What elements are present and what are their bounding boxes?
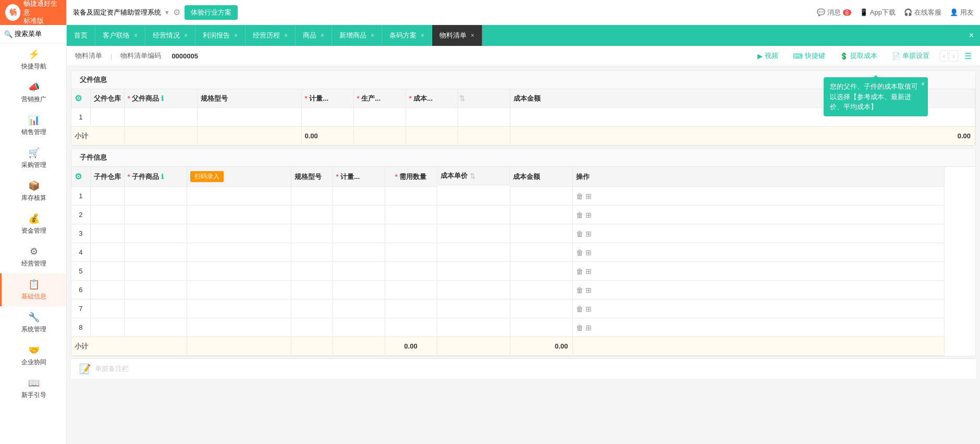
child-unit-cell[interactable]	[333, 281, 385, 299]
child-product-cell[interactable]	[124, 262, 187, 281]
copy-icon[interactable]: ⊞	[585, 305, 592, 313]
tab-barcode-close-icon[interactable]: ×	[421, 32, 424, 39]
delete-icon[interactable]: 🗑	[576, 286, 583, 294]
sidebar-item-purchase[interactable]: 🛒 采购管理	[0, 142, 66, 175]
tab-new-product-close-icon[interactable]: ×	[371, 32, 374, 39]
tab-profit-report-close-icon[interactable]: ×	[234, 32, 238, 39]
child-product-cell[interactable]	[124, 299, 187, 318]
copy-icon[interactable]: ⊞	[585, 248, 592, 257]
next-arrow-icon[interactable]: ›	[949, 50, 958, 62]
child-product-cell[interactable]	[124, 206, 187, 224]
sidebar-item-basic-info[interactable]: 📋 基础信息	[0, 273, 66, 306]
child-spec-cell[interactable]	[291, 299, 333, 318]
child-qty-cell[interactable]	[385, 262, 437, 281]
tooltip-close-button[interactable]: ×	[921, 79, 925, 89]
tab-barcode[interactable]: 条码方案 ×	[382, 25, 432, 46]
child-warehouse-cell[interactable]	[90, 318, 124, 337]
tab-customer[interactable]: 客户联络 ×	[95, 25, 145, 46]
child-spec-cell[interactable]	[291, 224, 333, 243]
delete-icon[interactable]: 🗑	[576, 323, 583, 332]
child-spec-cell[interactable]	[291, 262, 333, 281]
child-warehouse-cell[interactable]	[90, 243, 124, 262]
search-menu[interactable]: 🔍 搜索菜单	[0, 25, 66, 43]
child-warehouse-cell[interactable]	[90, 281, 124, 299]
parent-cost-cell[interactable]	[406, 108, 458, 127]
tab-bom-close-icon[interactable]: ×	[471, 32, 474, 39]
child-warehouse-cell[interactable]	[90, 224, 124, 243]
child-unit-cell[interactable]	[333, 243, 385, 262]
parent-product-cell[interactable]	[124, 108, 197, 127]
parent-warehouse-cell[interactable]	[90, 108, 124, 127]
child-spec-cell[interactable]	[291, 243, 333, 262]
child-warehouse-cell[interactable]	[90, 262, 124, 281]
tab-products-close-icon[interactable]: ×	[321, 32, 324, 39]
single-settings-button[interactable]: 📄 单据设置	[888, 49, 934, 63]
child-warehouse-cell[interactable]	[90, 299, 124, 318]
child-unit-cell[interactable]	[333, 206, 385, 224]
sidebar-item-system[interactable]: 🔧 系统管理	[0, 306, 66, 339]
copy-icon[interactable]: ⊞	[585, 286, 592, 294]
extract-cost-button[interactable]: 💲 提取成本	[836, 49, 881, 63]
message-action[interactable]: 💬 消息 6	[817, 8, 851, 17]
online-service-action[interactable]: 🎧 在线客服	[904, 8, 941, 17]
child-unit-cell[interactable]	[333, 262, 385, 281]
child-warehouse-cell[interactable]	[90, 187, 124, 206]
sidebar-item-collab[interactable]: 🤝 企业协同	[0, 339, 66, 372]
parent-unit-cell[interactable]	[301, 108, 353, 127]
sidebar-item-operations[interactable]: ⚙ 经营管理	[0, 241, 66, 273]
tab-ops-history[interactable]: 经营历程 ×	[246, 25, 296, 46]
child-unit-cell[interactable]	[333, 299, 385, 318]
sidebar-item-quick-nav[interactable]: ⚡ 快捷导航	[0, 43, 66, 76]
delete-icon[interactable]: 🗑	[576, 230, 583, 238]
child-product-cell[interactable]	[124, 318, 187, 337]
sidebar-item-inventory[interactable]: 📦 库存核算	[0, 175, 66, 208]
child-qty-cell[interactable]	[385, 318, 437, 337]
tab-ops-history-close-icon[interactable]: ×	[284, 32, 288, 39]
child-unit-cell[interactable]	[333, 224, 385, 243]
sidebar-item-finance[interactable]: 💰 资金管理	[0, 208, 66, 241]
trial-button[interactable]: 体验行业方案	[185, 5, 238, 20]
copy-icon[interactable]: ⊞	[585, 267, 592, 275]
user-action[interactable]: 👤 用友	[950, 8, 974, 17]
delete-icon[interactable]: 🗑	[576, 211, 583, 219]
child-qty-cell[interactable]	[385, 281, 437, 299]
parent-spec-cell[interactable]	[197, 108, 301, 127]
copy-icon[interactable]: ⊞	[585, 323, 592, 332]
view-video-button[interactable]: ▶ 视频	[753, 49, 782, 63]
child-col-settings[interactable]: ⚙	[71, 167, 90, 187]
delete-icon[interactable]: 🗑	[576, 305, 583, 313]
prev-arrow-icon[interactable]: ‹	[940, 50, 949, 62]
child-unit-cell[interactable]	[333, 318, 385, 337]
tab-operations-status-close-icon[interactable]: ×	[184, 32, 188, 39]
child-spec-cell[interactable]	[291, 318, 333, 337]
scan-input-button[interactable]: 扫码录入	[190, 171, 224, 182]
grid-view-icon[interactable]: ☰	[964, 51, 972, 61]
child-qty-cell[interactable]	[385, 224, 437, 243]
child-qty-cell[interactable]	[385, 206, 437, 224]
close-all-icon[interactable]: ×	[963, 31, 980, 40]
child-spec-cell[interactable]	[291, 206, 333, 224]
child-spec-cell[interactable]	[291, 187, 333, 206]
copy-icon[interactable]: ⊞	[585, 230, 592, 238]
child-warehouse-cell[interactable]	[90, 206, 124, 224]
child-unit-cell[interactable]	[333, 187, 385, 206]
child-product-cell[interactable]	[124, 224, 187, 243]
child-product-cell[interactable]	[124, 187, 187, 206]
child-product-cell[interactable]	[124, 281, 187, 299]
tab-bom[interactable]: 物料清单 ×	[432, 25, 482, 46]
gear-icon[interactable]: ⚙	[173, 7, 180, 17]
delete-icon[interactable]: 🗑	[576, 248, 583, 257]
parent-col-settings[interactable]: ⚙	[71, 89, 90, 108]
copy-icon[interactable]: ⊞	[585, 192, 592, 200]
delete-icon[interactable]: 🗑	[576, 192, 583, 200]
child-qty-cell[interactable]	[385, 243, 437, 262]
app-download-action[interactable]: 📱 App下载	[860, 8, 896, 17]
child-product-cell[interactable]	[124, 243, 187, 262]
tab-profit-report[interactable]: 利润报告 ×	[195, 25, 246, 46]
delete-icon[interactable]: 🗑	[576, 267, 583, 275]
breadcrumb-bom[interactable]: 物料清单	[75, 51, 102, 61]
child-qty-cell[interactable]	[385, 299, 437, 318]
child-qty-cell[interactable]	[385, 187, 437, 206]
shortcut-button[interactable]: ⌨ 快捷键	[789, 49, 829, 63]
tab-operations-status[interactable]: 经营情况 ×	[145, 25, 195, 46]
